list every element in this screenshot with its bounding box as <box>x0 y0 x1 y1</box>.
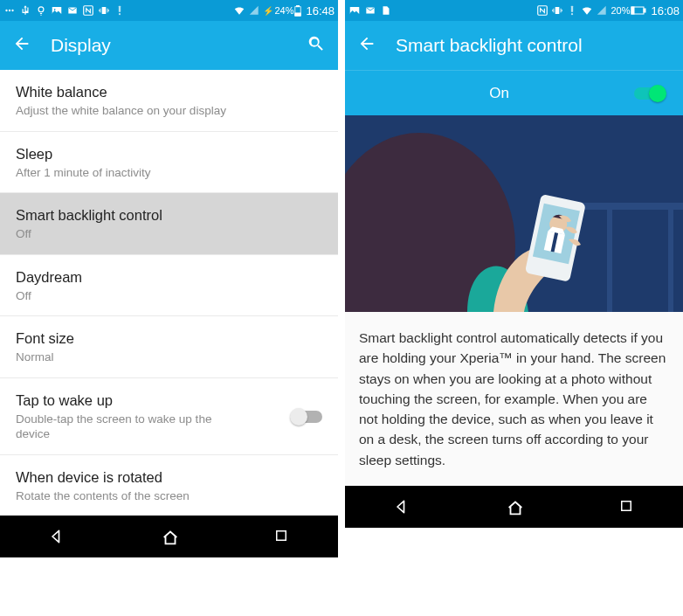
signal-icon <box>596 4 608 17</box>
row-daydream[interactable]: Daydream Off <box>0 255 338 317</box>
svg-rect-21 <box>631 7 634 14</box>
row-sub: Adjust the white balance on your display <box>16 103 322 119</box>
navbar <box>345 486 683 528</box>
tap-to-wake-switch[interactable] <box>293 411 322 423</box>
nfc-icon <box>536 4 548 17</box>
nav-home-icon[interactable] <box>161 528 178 545</box>
row-title: Tap to wake up <box>16 392 293 409</box>
alert-icon <box>114 4 126 17</box>
row-title: When device is rotated <box>16 469 322 486</box>
nfc-icon <box>82 4 94 17</box>
row-sub: Normal <box>16 350 322 365</box>
nav-back-icon[interactable] <box>393 498 410 516</box>
row-white-balance[interactable]: White balance Adjust the white balance o… <box>0 70 338 132</box>
row-title: Font size <box>16 330 322 347</box>
nav-recent-icon[interactable] <box>273 528 291 545</box>
image-icon <box>51 4 63 17</box>
svg-rect-25 <box>668 210 673 312</box>
svg-rect-20 <box>644 9 645 12</box>
svg-point-0 <box>5 10 7 11</box>
master-switch[interactable] <box>634 87 664 100</box>
svg-point-2 <box>11 10 13 11</box>
row-device-rotated[interactable]: When device is rotated Rotate the conten… <box>0 455 338 516</box>
nav-recent-icon[interactable] <box>618 498 636 516</box>
row-tap-to-wake[interactable]: Tap to wake up Double-tap the screen to … <box>0 378 338 455</box>
row-sub: Rotate the contents of the screen <box>16 488 322 504</box>
row-font-size[interactable]: Font size Normal <box>0 316 338 378</box>
phone-right: 20% 16:08 Smart backlight control On <box>345 0 683 557</box>
bulb-icon <box>35 4 47 17</box>
row-sub: Double-tap the screen to wake up the dev… <box>16 412 243 442</box>
row-title: White balance <box>16 84 322 100</box>
row-sub: After 1 minute of inactivity <box>16 165 322 181</box>
usb-icon <box>19 4 31 17</box>
svg-rect-11 <box>297 5 300 7</box>
mail-icon <box>364 4 376 17</box>
row-sleep[interactable]: Sleep After 1 minute of inactivity <box>0 132 338 194</box>
svg-rect-7 <box>102 7 107 14</box>
svg-rect-16 <box>555 7 560 14</box>
toggle-bar: On <box>345 70 683 115</box>
description-text: Smart backlight control automatically de… <box>345 312 683 486</box>
wifi-icon <box>233 4 245 17</box>
row-smart-backlight[interactable]: Smart backlight control Off <box>0 193 338 255</box>
nav-home-icon[interactable] <box>506 498 523 516</box>
more-icon <box>3 4 16 17</box>
page-title: Display <box>51 35 111 56</box>
svg-point-18 <box>571 13 573 15</box>
wifi-icon <box>581 4 593 17</box>
svg-rect-13 <box>276 531 286 541</box>
image-icon <box>348 4 361 17</box>
signal-icon <box>248 4 260 17</box>
illustration <box>345 115 683 312</box>
clock: 16:48 <box>306 4 335 17</box>
row-title: Sleep <box>16 146 322 163</box>
battery-pct: 20% <box>611 5 630 16</box>
sim-icon <box>380 4 392 17</box>
clock: 16:08 <box>651 4 680 17</box>
svg-point-3 <box>38 7 44 12</box>
appbar: Display <box>0 21 338 70</box>
vibrate-icon <box>98 4 110 17</box>
page-title: Smart backlight control <box>396 35 583 56</box>
mail-icon <box>66 4 79 17</box>
battery-indicator: 20% <box>611 5 646 16</box>
alert-icon <box>566 4 578 17</box>
phone-left: ⚡ 24% 16:48 Display White balance Adjust… <box>0 0 338 557</box>
nav-back-icon[interactable] <box>48 528 66 545</box>
row-sub: Off <box>16 288 322 304</box>
svg-point-1 <box>9 10 10 11</box>
svg-rect-8 <box>119 6 121 12</box>
row-title: Daydream <box>16 269 322 286</box>
row-sub: Off <box>16 226 322 242</box>
appbar: Smart backlight control <box>345 21 683 70</box>
battery-pct: 24% <box>274 5 293 16</box>
svg-rect-24 <box>607 210 612 312</box>
vibrate-icon <box>551 4 563 17</box>
svg-rect-17 <box>571 6 573 12</box>
row-title: Smart backlight control <box>16 207 322 224</box>
statusbar: 20% 16:08 <box>345 0 683 21</box>
svg-point-9 <box>119 13 121 15</box>
svg-rect-12 <box>295 12 300 15</box>
svg-point-5 <box>54 9 56 10</box>
back-icon[interactable] <box>12 34 31 57</box>
battery-indicator: ⚡ 24% <box>263 5 301 17</box>
back-icon[interactable] <box>357 34 376 57</box>
toggle-label: On <box>364 85 634 102</box>
settings-list: White balance Adjust the white balance o… <box>0 70 338 516</box>
search-icon[interactable] <box>307 34 326 57</box>
navbar <box>0 516 338 557</box>
statusbar: ⚡ 24% 16:48 <box>0 0 338 21</box>
svg-rect-32 <box>621 502 631 511</box>
